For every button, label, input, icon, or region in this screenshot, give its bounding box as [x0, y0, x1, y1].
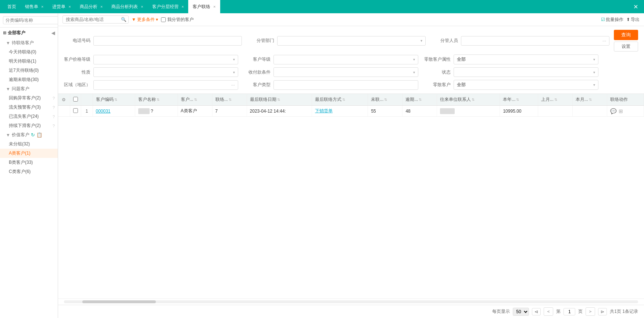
row-code-cell[interactable]: 000031 [93, 106, 135, 117]
dept-select[interactable]: ▾ [277, 36, 426, 46]
page-number-input[interactable] [564, 308, 575, 315]
th-no-contact[interactable]: 未联... ⇅ [368, 94, 402, 106]
scrollbar-thumb[interactable] [82, 300, 156, 303]
sidebar-item-overdue-pending[interactable]: 逾期未联络(30) [0, 75, 58, 84]
th-customer-code[interactable]: 客户编码 ⇅ [93, 94, 135, 106]
th-gear[interactable]: ⚙ [58, 94, 70, 106]
th-contact[interactable]: 联络... ⇅ [212, 94, 247, 106]
region-select[interactable]: ··· [93, 80, 238, 90]
nav-customer-contact[interactable]: 客户联络 × [188, 0, 220, 13]
my-customers-checkbox[interactable] [161, 17, 166, 22]
next-page-button[interactable]: ＞ [586, 307, 595, 316]
nav-home[interactable]: 首页 [3, 0, 21, 13]
th-unit-contact[interactable]: 往来单位联系人 ⇅ [437, 94, 500, 106]
grid-icon: ⊞ [3, 31, 6, 35]
th-check[interactable] [70, 94, 81, 106]
row-nocontact-cell: 55 [368, 106, 402, 117]
sidebar-item-c-class[interactable]: C类客户(6) [0, 167, 58, 176]
nav-product-analysis-list[interactable]: 商品分析列表 × [107, 0, 147, 13]
chat-action-icon[interactable]: 💬 [610, 108, 616, 114]
grid-action-icon[interactable]: ⊞ [619, 108, 623, 114]
nav-close-product-list[interactable]: × [141, 4, 143, 9]
query-button[interactable]: 查询 [614, 30, 638, 40]
status-select[interactable]: ▾ [454, 67, 598, 77]
sidebar-item-7days-pending[interactable]: 近7天待联络(0) [0, 66, 58, 75]
person-select[interactable]: ··· [461, 36, 609, 46]
export-button[interactable]: ⬆ 导出 [626, 17, 640, 23]
price-level-select[interactable]: ▾ [93, 55, 238, 64]
more-filter-button[interactable]: ▼ 更多条件 ▾ [132, 17, 158, 23]
customer-level-select[interactable]: ▾ [273, 55, 418, 64]
region-more-button[interactable]: ··· [231, 82, 235, 88]
nav-close-segment[interactable]: × [182, 4, 184, 9]
my-customers-checkbox-area[interactable]: 我分管的客户 [161, 17, 194, 23]
help-icon: ? [53, 96, 55, 100]
nav-close-product-analysis[interactable]: × [100, 4, 103, 9]
help-icon: ? [53, 124, 55, 128]
th-this-month[interactable]: 本月... ⇅ [572, 94, 607, 106]
th-last-month[interactable]: 上月... ⇅ [538, 94, 572, 106]
th-customer-name[interactable]: 客户名称 ⇅ [135, 94, 178, 106]
sidebar-item-a-class[interactable]: A类客户(1) [0, 149, 58, 158]
customer-code-link[interactable]: 000031 [96, 109, 111, 114]
nav-customer-segment[interactable]: 客户分层经营 × [148, 0, 188, 13]
person-more-button[interactable]: ··· [602, 38, 606, 43]
main-search-input[interactable] [66, 17, 121, 22]
th-customer-type[interactable]: 客户... ⇅ [178, 94, 212, 106]
sort-date-icon: ⇅ [277, 98, 280, 102]
row-checkbox[interactable] [73, 108, 78, 113]
row-check-cell[interactable] [70, 106, 81, 117]
sidebar-item-churn-warning[interactable]: 流失预警客户(3) ? [0, 103, 58, 112]
sidebar-pending-section[interactable]: ▼ 待联络客户 [0, 38, 58, 47]
main-search-icon[interactable]: 🔍 [121, 17, 126, 22]
th-this-year[interactable]: 本年... ⇅ [500, 94, 538, 106]
batch-op-button[interactable]: ☑ 批量操作 [601, 17, 623, 23]
settings-button[interactable]: 设置 [614, 42, 638, 52]
th-overdue[interactable]: 逾期... ⇅ [402, 94, 437, 106]
sidebar-collapse-button[interactable]: ◀ [51, 31, 55, 36]
row-last-method-cell[interactable]: 下销货单 [312, 106, 368, 117]
last-page-button[interactable]: ⊳ [598, 308, 607, 315]
pagination-bar: 每页显示 50 ⊲ ＜ 第 页 ＞ ⊳ 共1页 1条记录 [58, 305, 644, 318]
window-close-button[interactable]: ✕ [630, 3, 641, 10]
row-name-cell: Ea ? [135, 106, 178, 117]
nav-close-contact[interactable]: × [213, 4, 215, 9]
sidebar-item-abnormal-repurchase[interactable]: 回购异常客户(2) ? [0, 93, 58, 103]
sidebar: 🔍 ⊞ 全部客户 ◀ ▼ 待联络客户 今天待联络(0) 明天待联络(1) 近7天… [0, 13, 58, 318]
sparse-attr-select[interactable]: 全部 ▾ [454, 54, 598, 64]
phone-input[interactable] [93, 36, 242, 46]
prev-page-button[interactable]: ＜ [544, 307, 553, 316]
th-last-contact-method[interactable]: 最后联络方式 ⇅ [312, 94, 368, 106]
nav-close-purchase[interactable]: × [68, 4, 71, 9]
contact-method-link[interactable]: 下销货单 [315, 108, 333, 113]
value-settings-icon[interactable]: 📋 [36, 132, 42, 138]
page-size-select[interactable]: 50 [513, 308, 529, 316]
nature-select[interactable]: ▾ [93, 67, 238, 77]
sidebar-item-b-class[interactable]: B类客户(33) [0, 158, 58, 167]
nav-close-sales[interactable]: × [41, 4, 43, 9]
sidebar-item-tomorrow-pending[interactable]: 明天待联络(1) [0, 57, 58, 66]
main-search-box[interactable]: 🔍 [62, 15, 129, 24]
scrollbar-area[interactable] [58, 298, 644, 305]
select-all-checkbox[interactable] [73, 97, 78, 102]
sidebar-item-declining[interactable]: 持续下滑客户(2) ? [0, 121, 58, 130]
sidebar-item-churned[interactable]: 已流失客户(24) ? [0, 112, 58, 121]
sidebar-search-input[interactable] [3, 16, 58, 24]
sidebar-problem-section[interactable]: ▼ 问题客户 [0, 84, 58, 93]
table-gear-icon[interactable]: ⚙ [62, 97, 66, 102]
th-last-contact-date[interactable]: 最后联络日期 ⇅ [247, 94, 312, 106]
nav-product-analysis[interactable]: 商品分析 × [75, 0, 107, 13]
sparse-attr-arrow: ▾ [593, 57, 595, 61]
sidebar-item-today-pending[interactable]: 今天待联络(0) [0, 47, 58, 57]
sidebar-item-ungrouped[interactable]: 未分组(32) [0, 139, 58, 149]
nav-sales-order[interactable]: 销售单 × [21, 0, 48, 13]
sparse-customer-select[interactable]: 全部 ▾ [454, 80, 598, 90]
first-page-button[interactable]: ⊲ [532, 308, 541, 315]
sidebar-all-customers[interactable]: ⊞ 全部客户 ◀ [0, 28, 58, 38]
filter-dept: 分管部门 ▾ [248, 36, 426, 46]
nav-purchase-order[interactable]: 进货单 × [48, 0, 75, 13]
value-refresh-icon[interactable]: ↻ [31, 132, 35, 138]
payment-terms-select[interactable]: ▾ [273, 67, 418, 77]
customer-type-input[interactable] [273, 80, 418, 90]
sidebar-value-section[interactable]: ▼ 价值客户 ↻ 📋 [0, 130, 58, 139]
